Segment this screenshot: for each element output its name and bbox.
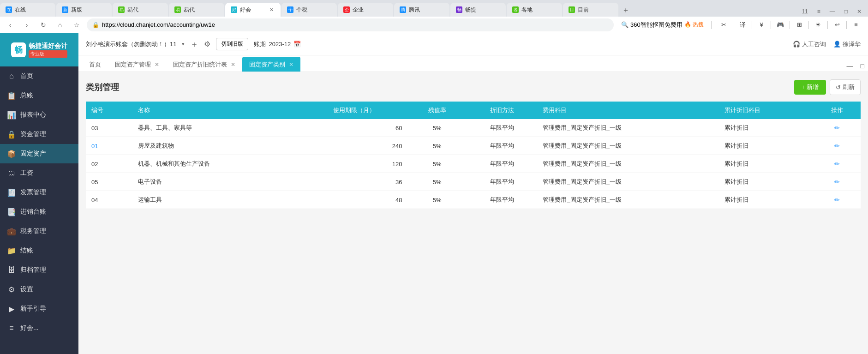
sidebar-item-report[interactable]: 📊 报表中心 bbox=[0, 105, 78, 125]
refresh-button[interactable]: ↺ 刷新 bbox=[830, 79, 861, 95]
col-residual-rate: 残值率 bbox=[407, 102, 466, 119]
header-settings-icon[interactable]: ⚙ bbox=[204, 40, 210, 48]
sidebar-item-tax[interactable]: 💼 税务管理 bbox=[0, 222, 78, 241]
browser-tab-11[interactable]: 目 目前 bbox=[563, 3, 618, 17]
app-period: 账期 2023-12 📅 bbox=[254, 40, 301, 48]
data-table: 编号 名称 使用期限（月） 残值率 折旧方法 费用科目 累计折旧科目 操作 03… bbox=[86, 102, 861, 209]
cell-residual-rate: 5% bbox=[407, 137, 466, 155]
toolbar-sep-1 bbox=[711, 21, 712, 29]
header-add-button[interactable]: ＋ bbox=[190, 39, 198, 50]
sidebar-item-settings[interactable]: ⚙ 设置 bbox=[0, 280, 78, 299]
translate-icon[interactable]: 译 bbox=[736, 18, 749, 31]
tab-asset-category[interactable]: 固定资产类别 ✕ bbox=[242, 57, 300, 72]
edit-icon-row4[interactable]: ✏ bbox=[834, 178, 840, 186]
edit-icon-row2[interactable]: ✏ bbox=[834, 142, 840, 150]
tab-close-depreciation-stats[interactable]: ✕ bbox=[231, 61, 235, 68]
edit-icon-row1[interactable]: ✏ bbox=[834, 124, 840, 132]
home-button[interactable]: ⌂ bbox=[54, 18, 66, 31]
browser-tab-10[interactable]: 各 各地 bbox=[507, 3, 562, 17]
browser-tab-8[interactable]: 腾 腾讯 bbox=[394, 3, 449, 17]
guide-icon: ▶ bbox=[7, 305, 16, 313]
sidebar-item-ledger[interactable]: 📋 总账 bbox=[0, 86, 78, 105]
stock-icon: 📑 bbox=[7, 208, 16, 216]
tab-list-button[interactable]: ≡ bbox=[814, 6, 823, 17]
browser-tab-5[interactable]: 好 好会 ✕ bbox=[225, 3, 281, 17]
browser-tab-6[interactable]: 个 个税 bbox=[281, 3, 337, 17]
browser-tab-7[interactable]: 企 企业 bbox=[338, 3, 393, 17]
tab-home[interactable]: 首页 bbox=[82, 57, 108, 72]
sidebar-item-salary[interactable]: 🗂 工资 bbox=[0, 163, 78, 183]
browser-tab-3[interactable]: 易 易代 bbox=[113, 3, 168, 17]
brightness-icon[interactable]: ☀ bbox=[812, 18, 825, 31]
add-button[interactable]: + 新增 bbox=[794, 80, 826, 95]
cell-residual-rate: 5% bbox=[407, 155, 466, 173]
page-title: 类别管理 bbox=[86, 82, 119, 93]
browser-tab-2[interactable]: 新 新版 bbox=[56, 3, 112, 17]
consultant-button[interactable]: 🎧 人工咨询 bbox=[793, 40, 826, 48]
sidebar-item-more[interactable]: ≡ 好会... bbox=[0, 318, 78, 338]
app-user: 刘小艳演示账套（勿删勿动！）11 bbox=[86, 40, 176, 48]
table-row: 05 电子设备 36 5% 年限平均 管理费用_固定资产折旧_一级 累计折旧 ✏ bbox=[86, 173, 861, 191]
app-header-right: 🎧 人工咨询 👤 徐泽华 bbox=[793, 40, 861, 48]
window-maximize-icon[interactable]: □ bbox=[859, 60, 866, 72]
user-info[interactable]: 👤 徐泽华 bbox=[833, 40, 861, 48]
sidebar-item-label-more: 好会... bbox=[20, 324, 39, 332]
sidebar-item-closing[interactable]: 📁 结账 bbox=[0, 241, 78, 260]
tab-close-fixed-asset-manage[interactable]: ✕ bbox=[155, 61, 159, 68]
home-icon: ⌂ bbox=[7, 72, 16, 80]
forward-button[interactable]: › bbox=[20, 18, 33, 31]
browser-tab-4[interactable]: 易 易代 bbox=[169, 3, 224, 17]
edit-icon-row3[interactable]: ✏ bbox=[834, 160, 840, 168]
sidebar-item-guide[interactable]: ▶ 新手引导 bbox=[0, 299, 78, 318]
tab-fixed-asset-manage[interactable]: 固定资产管理 ✕ bbox=[108, 57, 166, 72]
sidebar-item-label-tax: 税务管理 bbox=[20, 227, 46, 235]
cell-code: 03 bbox=[86, 119, 132, 137]
tab-favicon-10: 各 bbox=[512, 6, 519, 13]
sidebar-item-funds[interactable]: 🔒 资金管理 bbox=[0, 125, 78, 144]
tab-depreciation-stats[interactable]: 固定资产折旧统计表 ✕ bbox=[166, 57, 242, 72]
sidebar-item-home[interactable]: ⌂ 首页 bbox=[0, 66, 78, 86]
user-dropdown-icon[interactable]: ▾ bbox=[182, 41, 185, 47]
new-tab-button[interactable]: ＋ bbox=[619, 4, 632, 17]
app-header: 刘小艳演示账套（勿删勿动！）11 ▾ ＋ ⚙ 切到旧版 账期 2023-12 📅… bbox=[78, 33, 868, 55]
sidebar-item-invoice[interactable]: 🧾 发票管理 bbox=[0, 183, 78, 202]
url-bar[interactable]: 🔒 https://cloud.chanjet.com/accounting/u… bbox=[87, 18, 614, 31]
col-expense-subject: 费用科目 bbox=[537, 102, 718, 119]
grid-icon[interactable]: ⊞ bbox=[793, 18, 806, 31]
window-minimize-icon[interactable]: — bbox=[845, 60, 855, 72]
sidebar-item-stock[interactable]: 📑 进销台账 bbox=[0, 202, 78, 222]
browser-tab-1[interactable]: 在 在线 bbox=[0, 3, 55, 17]
scissors-icon[interactable]: ✂ bbox=[717, 18, 730, 31]
close-window-button[interactable]: ✕ bbox=[854, 6, 864, 17]
menu-icon[interactable]: ≡ bbox=[850, 18, 862, 31]
toolbar-icons: ✂ 译 ¥ 🎮 ⊞ ☀ ↩ ≡ bbox=[715, 18, 864, 31]
cell-depreciation-method: 年限平均 bbox=[467, 191, 538, 209]
search-area[interactable]: 🔍 360智能抠图免费用 🔥 热搜 bbox=[617, 21, 707, 29]
cell-expense-subject: 管理费用_固定资产折旧_一级 bbox=[537, 155, 718, 173]
game-icon[interactable]: 🎮 bbox=[774, 18, 787, 31]
code-link-01[interactable]: 01 bbox=[91, 143, 98, 150]
col-action: 操作 bbox=[814, 102, 861, 119]
undo-icon[interactable]: ↩ bbox=[831, 18, 844, 31]
tab-close-5[interactable]: ✕ bbox=[268, 6, 275, 13]
sidebar-item-archive[interactable]: 🗄 归档管理 bbox=[0, 260, 78, 280]
tab-close-asset-category[interactable]: ✕ bbox=[289, 61, 293, 68]
calendar-icon[interactable]: 📅 bbox=[293, 41, 301, 48]
switch-version-button[interactable]: 切到旧版 bbox=[216, 38, 248, 50]
back-button[interactable]: ‹ bbox=[4, 18, 17, 31]
toolbar-sep-3 bbox=[752, 21, 752, 29]
coin-icon[interactable]: ¥ bbox=[755, 18, 768, 31]
browser-tab-9[interactable]: 畅 畅提 bbox=[450, 3, 506, 17]
edit-icon-row5[interactable]: ✏ bbox=[834, 196, 840, 204]
reload-button[interactable]: ↻ bbox=[37, 18, 50, 31]
bookmark-button[interactable]: ☆ bbox=[70, 18, 83, 31]
maximize-button[interactable]: □ bbox=[842, 6, 850, 17]
sidebar: 畅 畅捷通好会计 专业版 ⌂ 首页 📋 总账 📊 报表中心 bbox=[0, 33, 78, 354]
tab-bar: 在 在线 新 新版 易 易代 易 易代 好 好会 ✕ 个 个税 企 企业 腾 bbox=[0, 0, 868, 17]
sidebar-item-fixed-assets[interactable]: 📦 固定资产 bbox=[0, 144, 78, 163]
tab-label-1: 在线 bbox=[15, 6, 26, 14]
tab-favicon-8: 腾 bbox=[400, 6, 406, 13]
sidebar-item-label-stock: 进销台账 bbox=[20, 208, 46, 216]
minimize-button[interactable]: — bbox=[827, 6, 838, 17]
tab-favicon-4: 易 bbox=[174, 6, 181, 13]
